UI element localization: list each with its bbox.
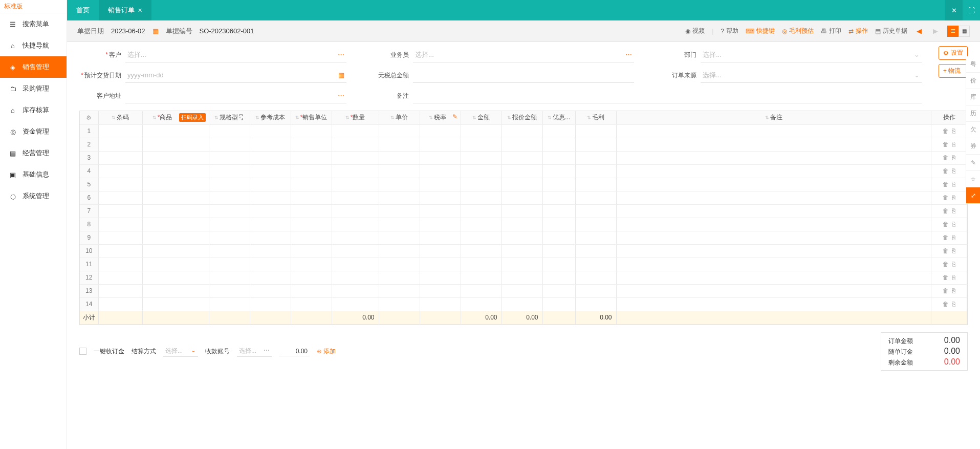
add-settlement[interactable]: ⊕ 添加 (317, 347, 336, 356)
cell[interactable] (542, 218, 575, 231)
cell[interactable] (461, 178, 502, 191)
cell[interactable] (332, 151, 379, 164)
cell[interactable] (575, 178, 616, 191)
cell[interactable] (142, 178, 209, 191)
doc-date-value[interactable]: 2023-06-02 (111, 27, 145, 35)
cell[interactable] (575, 244, 616, 258)
cell[interactable] (291, 258, 332, 271)
cell[interactable] (502, 218, 542, 231)
cell[interactable] (379, 164, 420, 178)
table-row[interactable]: 4🗑⎘ (80, 164, 967, 178)
cell[interactable] (332, 284, 379, 297)
cell[interactable] (291, 218, 332, 231)
copy-icon[interactable]: ⎘ (952, 234, 955, 241)
edit-icon[interactable]: ✎ (452, 113, 458, 120)
deliver-date-input[interactable]: yyyy-mm-dd▦ (125, 68, 346, 83)
cell[interactable] (616, 178, 931, 191)
cell[interactable] (379, 297, 420, 311)
cell[interactable] (616, 218, 931, 231)
link-print[interactable]: 🖶 打印 (821, 27, 841, 35)
cell[interactable] (542, 124, 575, 138)
account-select[interactable]: 选择...⋯ (237, 346, 272, 357)
cell[interactable] (420, 124, 461, 138)
cell[interactable] (332, 191, 379, 204)
cell[interactable] (209, 138, 250, 151)
cell[interactable] (98, 204, 142, 218)
cell[interactable] (461, 244, 502, 258)
sort-icon[interactable]: ⇅ (255, 115, 259, 120)
copy-icon[interactable]: ⎘ (952, 287, 955, 294)
cell[interactable] (142, 191, 209, 204)
col-header-0[interactable]: ⚙ (80, 111, 98, 124)
dock-item-1[interactable]: 价 (966, 73, 980, 89)
cell[interactable] (250, 204, 291, 218)
cell[interactable] (616, 297, 931, 311)
cell[interactable] (209, 231, 250, 244)
col-header-5[interactable]: ⇅*销售单位 (291, 111, 332, 124)
dock-item-6[interactable]: ✎ (966, 155, 980, 171)
cell[interactable] (291, 271, 332, 284)
cell[interactable] (420, 218, 461, 231)
cell[interactable] (142, 244, 209, 258)
cell[interactable] (291, 191, 332, 204)
link-help[interactable]: ? 帮助 (721, 27, 738, 35)
chevron-down-icon[interactable]: ⌄ (914, 71, 920, 79)
delete-icon[interactable]: 🗑 (943, 221, 949, 228)
cell[interactable] (461, 204, 502, 218)
cell[interactable] (332, 178, 379, 191)
cell[interactable] (209, 297, 250, 311)
tab-0[interactable]: 首页 (67, 0, 99, 20)
cell[interactable] (332, 124, 379, 138)
cell[interactable] (142, 231, 209, 244)
cell[interactable] (332, 204, 379, 218)
cell[interactable] (616, 284, 931, 297)
cell[interactable] (209, 218, 250, 231)
table-row[interactable]: 7🗑⎘ (80, 204, 967, 218)
cell[interactable] (420, 271, 461, 284)
cell[interactable] (575, 231, 616, 244)
cell[interactable] (461, 191, 502, 204)
copy-icon[interactable]: ⎘ (952, 301, 955, 308)
sort-icon[interactable]: ⇅ (548, 115, 552, 120)
cell[interactable] (502, 138, 542, 151)
table-row[interactable]: 3🗑⎘ (80, 151, 967, 164)
cell[interactable] (616, 138, 931, 151)
cell[interactable] (461, 164, 502, 178)
table-row[interactable]: 14🗑⎘ (80, 297, 967, 311)
cell[interactable] (250, 284, 291, 297)
sidebar-item-7[interactable]: ▣基础信息 (0, 164, 67, 185)
cell[interactable] (616, 244, 931, 258)
cell[interactable] (209, 204, 250, 218)
dock-item-0[interactable]: 粤 (966, 56, 980, 73)
cell[interactable] (250, 138, 291, 151)
cell[interactable] (542, 138, 575, 151)
delete-icon[interactable]: 🗑 (943, 154, 949, 161)
cell[interactable] (98, 244, 142, 258)
cell[interactable] (98, 284, 142, 297)
cell[interactable] (98, 258, 142, 271)
cell[interactable] (542, 244, 575, 258)
scan-badge[interactable]: 扫码录入 (179, 113, 206, 122)
col-header-4[interactable]: ⇅参考成本 (250, 111, 291, 124)
delete-icon[interactable]: 🗑 (943, 301, 949, 308)
cell[interactable] (420, 164, 461, 178)
table-row[interactable]: 11🗑⎘ (80, 258, 967, 271)
cell[interactable] (616, 271, 931, 284)
settle-select[interactable]: 选择...⌄ (163, 346, 198, 357)
cell[interactable] (575, 204, 616, 218)
cell[interactable] (502, 178, 542, 191)
cell[interactable] (542, 271, 575, 284)
cell[interactable] (502, 204, 542, 218)
cell[interactable] (502, 191, 542, 204)
cell[interactable] (291, 164, 332, 178)
cell[interactable] (616, 204, 931, 218)
cell[interactable] (379, 231, 420, 244)
delete-icon[interactable]: 🗑 (943, 274, 949, 281)
cell[interactable] (575, 191, 616, 204)
cell[interactable] (420, 138, 461, 151)
sidebar-item-5[interactable]: ◎资金管理 (0, 121, 67, 142)
cell[interactable] (291, 244, 332, 258)
cell[interactable] (142, 151, 209, 164)
cell[interactable] (250, 271, 291, 284)
sort-icon[interactable]: ⇅ (765, 115, 769, 120)
